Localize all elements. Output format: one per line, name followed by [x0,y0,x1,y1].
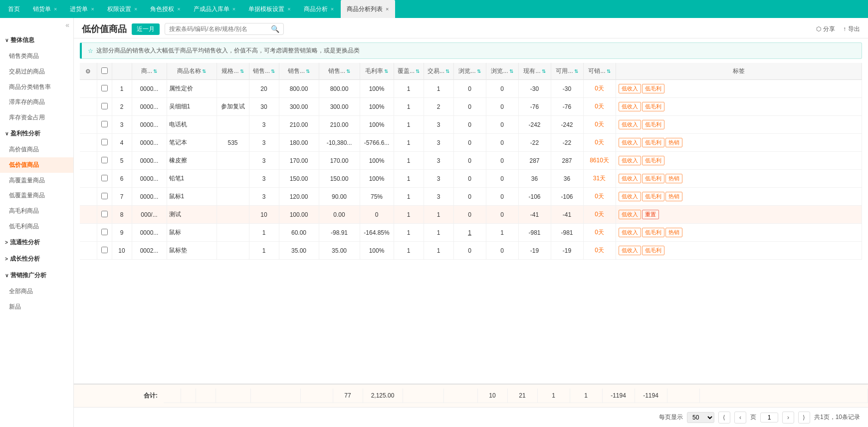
sidebar-item-sales-products[interactable]: 销售类商品 [0,48,73,64]
row-checkbox[interactable] [97,170,112,188]
nav-product-analysis[interactable]: 商品分析 × [298,0,340,18]
first-page-button[interactable]: ⟨ [718,412,730,424]
close-icon[interactable]: × [54,6,57,12]
period-button[interactable]: 近一月 [132,23,160,35]
row-select-checkbox[interactable] [101,247,108,253]
row-checkbox[interactable] [97,98,112,116]
sidebar-group-growth[interactable]: > 成长性分析 [0,251,73,267]
col-avail-header[interactable]: 可用...⇅ [551,63,583,80]
col-view1-header[interactable]: 浏览...⇅ [453,63,486,80]
search-input[interactable] [169,25,269,32]
nav-permission[interactable]: 权限设置 × [101,0,143,18]
col-cover-header[interactable]: 覆盖...⇅ [394,63,424,80]
col-sales-price-header[interactable]: 销售...⇅ [319,63,360,80]
last-page-button[interactable]: ⟩ [798,412,810,424]
sidebar-item-traded-products[interactable]: 交易过的商品 [0,64,73,79]
sidebar-item-slow-stock[interactable]: 滞库存的商品 [0,94,73,110]
next-page-button[interactable]: › [782,412,794,424]
row-checkbox[interactable] [97,116,112,134]
nav-template-settings[interactable]: 单据模板设置 × [242,0,296,18]
sidebar-item-low-margin[interactable]: 低毛利商品 [0,219,73,234]
sidebar-group-marketing[interactable]: ∨ 营销推广分析 [0,267,73,284]
row-sales-qty: 3 [249,134,279,152]
col-gross-header[interactable]: 毛利率⇅ [360,63,394,80]
col-sales-amt-header[interactable]: 销售...⇅ [279,63,319,80]
row-sales-amt: 120.00 [279,188,319,206]
share-button[interactable]: ⬡ 分享 [816,25,835,33]
close-icon[interactable]: × [91,6,94,12]
col-code-header[interactable]: 商...⇅ [132,63,167,80]
row-checkbox[interactable] [97,242,112,260]
row-checkbox[interactable] [97,134,112,152]
nav-product-instock[interactable]: 产成品入库单 × [188,0,241,18]
row-checkbox[interactable] [97,224,112,242]
chevron-right-icon: > [5,256,8,262]
row-checkbox[interactable] [97,152,112,170]
col-sales-qty-header[interactable]: 销售...⇅ [249,63,279,80]
sidebar-item-low-coverage[interactable]: 低覆盖量商品 [0,188,73,203]
sidebar-item-low-value[interactable]: 低价值商品 [0,157,73,173]
sidebar-collapse-button[interactable]: « [65,21,69,29]
row-select-checkbox[interactable] [101,103,108,109]
row-checkbox[interactable] [97,188,112,206]
row-select-checkbox[interactable] [101,121,108,127]
close-icon[interactable]: × [287,6,290,12]
sidebar-item-category-sales-rate[interactable]: 商品分类销售率 [0,79,73,95]
nav-product-analysis-list[interactable]: 商品分析列表 × [341,0,395,18]
close-icon[interactable]: × [386,6,389,12]
col-check-all[interactable] [97,63,112,80]
col-setting[interactable]: ⚙ [80,63,97,80]
close-icon[interactable]: × [331,6,334,12]
table-row: 10 0002... 鼠标垫 1 35.00 35.00 100% 1 1 0 … [80,242,862,260]
sidebar-group-circulation[interactable]: > 流通性分析 [0,234,73,251]
sidebar-item-high-value[interactable]: 高价值商品 [0,142,73,157]
col-view2-header[interactable]: 浏览...⇅ [486,63,518,80]
col-spec-header[interactable]: 规格...⇅ [217,63,249,80]
row-stock: -30 [518,80,551,98]
sidebar-item-stock-capital[interactable]: 库存资金占用 [0,110,73,125]
close-icon[interactable]: × [232,6,235,12]
row-num: 8 [112,206,132,224]
sidebar-group-overall[interactable]: ∨ 整体信息 [0,32,73,48]
row-gross: 75% [360,188,394,206]
row-sales-amt: 60.00 [279,224,319,242]
sidebar-group-profit[interactable]: ∨ 盈利性分析 [0,125,73,142]
sidebar-item-high-coverage[interactable]: 高覆盖量商品 [0,173,73,188]
prev-page-button[interactable]: ‹ [734,412,746,424]
view1-value: 0 [468,103,471,110]
close-icon[interactable]: × [134,6,137,12]
col-trade-header[interactable]: 交易...⇅ [424,63,453,80]
export-button[interactable]: ↑ 导出 [843,25,860,33]
sidebar-item-high-margin[interactable]: 高毛利商品 [0,203,73,219]
view1-link[interactable]: 1 [468,229,471,236]
row-checkbox[interactable] [97,80,112,98]
row-select-checkbox[interactable] [101,139,108,145]
page-size-select[interactable]: 50 100 200 [687,412,714,423]
sidebar-item-all-products[interactable]: 全部商品 [0,284,73,299]
row-num: 5 [112,152,132,170]
row-tags: 低收入低毛利 [616,242,862,260]
row-select-checkbox[interactable] [101,193,108,199]
col-name-header[interactable]: 商品名称⇅ [167,63,217,80]
row-select-checkbox[interactable] [101,229,108,235]
search-icon[interactable]: 🔍 [271,25,279,33]
col-sellable-header[interactable]: 可销...⇅ [583,63,616,80]
tag-badge: 低收入 [619,102,641,111]
nav-purchase-order[interactable]: 进货单 × [64,0,100,18]
row-sellable: 8610天 [583,152,616,170]
row-checkbox[interactable] [97,206,112,224]
nav-home[interactable]: 首页 [2,0,26,18]
row-tags: 低收入低毛利 [616,116,862,134]
nav-sales-order[interactable]: 销货单 × [27,0,63,18]
close-icon[interactable]: × [177,6,180,12]
select-all-checkbox[interactable] [101,67,108,74]
sidebar-item-new-products[interactable]: 新品 [0,299,73,315]
nav-role-auth[interactable]: 角色授权 × [144,0,186,18]
page-number-input[interactable] [760,413,778,423]
total-empty-6 [300,389,333,403]
row-select-checkbox[interactable] [101,211,108,217]
row-select-checkbox[interactable] [101,175,108,181]
col-stock-header[interactable]: 现有...⇅ [518,63,551,80]
row-select-checkbox[interactable] [101,85,108,91]
row-select-checkbox[interactable] [101,157,108,163]
